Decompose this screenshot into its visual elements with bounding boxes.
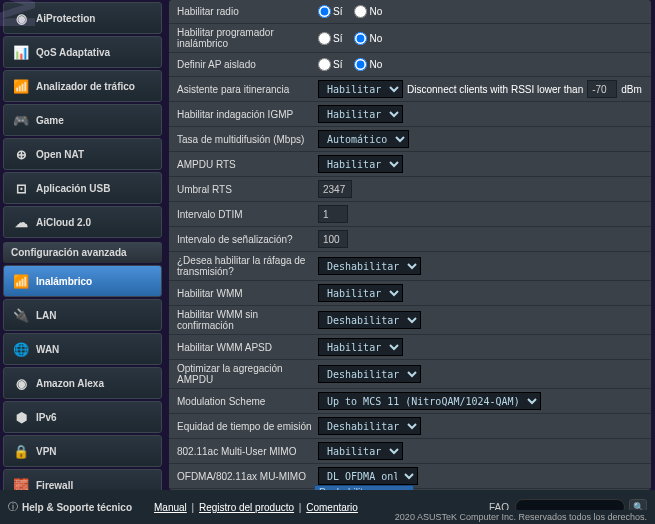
copyright: 2020 ASUSTeK Computer Inc. Reservados to…	[395, 510, 647, 524]
sidebar-item-label: AiCloud 2.0	[36, 217, 91, 228]
sidebar-item-label: Inalámbrico	[36, 276, 92, 287]
mumimo-select[interactable]: Habilitar	[318, 442, 403, 460]
radio-no[interactable]: No	[354, 5, 382, 18]
sidebar-item-label: QoS Adaptativa	[36, 47, 110, 58]
sidebar-item-label: Amazon Alexa	[36, 378, 104, 389]
sidebar-icon: 📶	[12, 272, 30, 290]
label: OFDMA/802.11ax MU-MIMO	[169, 471, 314, 482]
label: Habilitar indagación IGMP	[169, 109, 314, 120]
help-icon: ⓘ	[8, 500, 18, 514]
register-link[interactable]: Registro del producto	[199, 502, 294, 513]
airtime-select[interactable]: Deshabilitar	[318, 417, 421, 435]
sidebar-item-aicloud-2-0[interactable]: ☁AiCloud 2.0	[3, 206, 162, 238]
ofdma-dropdown-list[interactable]: DeshabilitarDL OFDMA onlyDL/UL OFDMADL/U…	[314, 485, 414, 490]
sidebar-icon: 🔒	[12, 442, 30, 460]
sidebar-item-label: Open NAT	[36, 149, 84, 160]
sidebar-icon: 🌐	[12, 340, 30, 358]
sidebar-icon: ◉	[12, 374, 30, 392]
sidebar-item-lan[interactable]: 🔌LAN	[3, 299, 162, 331]
sidebar-icon: 📊	[12, 43, 30, 61]
label: Modulation Scheme	[169, 396, 314, 407]
sidebar-item-ipv6[interactable]: ⬢IPv6	[3, 401, 162, 433]
label: Equidad de tiempo de emisión	[169, 421, 314, 432]
label: Habilitar WMM sin confirmación	[169, 309, 314, 331]
sidebar-item-aplicaci-n-usb[interactable]: ⊡Aplicación USB	[3, 172, 162, 204]
label: Intervalo de señalización?	[169, 234, 314, 245]
radio-si[interactable]: Sí	[318, 32, 342, 45]
feedback-link[interactable]: Comentario	[306, 502, 358, 513]
label: ¿Desea habilitar la ráfaga de transmisió…	[169, 255, 314, 277]
sidebar-icon: 📶	[12, 77, 30, 95]
manual-link[interactable]: Manual	[154, 502, 187, 513]
label: Umbral RTS	[169, 184, 314, 195]
sidebar-item-open-nat[interactable]: ⊕Open NAT	[3, 138, 162, 170]
sidebar-item-label: Game	[36, 115, 64, 126]
label: Optimizar la agregación AMPDU	[169, 363, 314, 385]
dropdown-option[interactable]: Deshabilitar	[315, 486, 413, 490]
advanced-header: Configuración avanzada	[3, 242, 162, 263]
radio-si[interactable]: Sí	[318, 5, 342, 18]
sidebar-item-label: Firewall	[36, 480, 73, 491]
sidebar-item-qos-adaptativa[interactable]: 📊QoS Adaptativa	[3, 36, 162, 68]
sidebar-item-label: Analizador de tráfico	[36, 81, 135, 92]
sidebar-icon: 🎮	[12, 111, 30, 129]
help-link[interactable]: Help & Soporte técnico	[22, 502, 132, 513]
sidebar-item-wan[interactable]: 🌐WAN	[3, 333, 162, 365]
ampdu-rts-select[interactable]: Habilitar	[318, 155, 403, 173]
ofdma-select[interactable]: DL OFDMA only	[318, 467, 418, 485]
label: AMPDU RTS	[169, 159, 314, 170]
sidebar-item-label: WAN	[36, 344, 59, 355]
sidebar-item-label: Aplicación USB	[36, 183, 110, 194]
radio-si[interactable]: Sí	[318, 58, 342, 71]
rts-threshold-input[interactable]	[318, 180, 352, 198]
sidebar: ◉AiProtection📊QoS Adaptativa📶Analizador …	[0, 0, 165, 490]
radio-no[interactable]: No	[354, 58, 382, 71]
label: Habilitar radio	[169, 6, 314, 17]
sidebar-item-game[interactable]: 🎮Game	[3, 104, 162, 136]
sidebar-icon: ⊕	[12, 145, 30, 163]
sidebar-icon: 🧱	[12, 476, 30, 490]
roaming-select[interactable]: Habilitar	[318, 80, 403, 98]
rssi-input[interactable]	[587, 80, 617, 98]
sidebar-icon: ☁	[12, 213, 30, 231]
label: Tasa de multidifusión (Mbps)	[169, 134, 314, 145]
ampdu-agg-select[interactable]: Deshabilitar	[318, 365, 421, 383]
sidebar-item-label: LAN	[36, 310, 57, 321]
label: Habilitar programador inalámbrico	[169, 27, 314, 49]
igmp-select[interactable]: Habilitar	[318, 105, 403, 123]
settings-panel: Habilitar radioSíNo Habilitar programado…	[169, 0, 651, 490]
label: Habilitar WMM	[169, 288, 314, 299]
sidebar-item-analizador-de-tr-fico[interactable]: 📶Analizador de tráfico	[3, 70, 162, 102]
beacon-input[interactable]	[318, 230, 348, 248]
sidebar-item-amazon-alexa[interactable]: ◉Amazon Alexa	[3, 367, 162, 399]
radio-no[interactable]: No	[354, 32, 382, 45]
sidebar-icon: 🔌	[12, 306, 30, 324]
dtim-input[interactable]	[318, 205, 348, 223]
label: Asistente para itinerancia	[169, 84, 314, 95]
label: Intervalo DTIM	[169, 209, 314, 220]
sidebar-item-inal-mbrico[interactable]: 📶Inalámbrico	[3, 265, 162, 297]
sidebar-item-label: IPv6	[36, 412, 57, 423]
wmm-apsd-select[interactable]: Habilitar	[318, 338, 403, 356]
label: Habilitar WMM APSD	[169, 342, 314, 353]
label: 802.11ac Multi-User MIMO	[169, 446, 314, 457]
multicast-select[interactable]: Automático	[318, 130, 409, 148]
sidebar-icon: ⬢	[12, 408, 30, 426]
wmm-select[interactable]: Habilitar	[318, 284, 403, 302]
sidebar-item-label: VPN	[36, 446, 57, 457]
sidebar-item-vpn[interactable]: 🔒VPN	[3, 435, 162, 467]
sidebar-icon: ⊡	[12, 179, 30, 197]
txburst-select[interactable]: Deshabilitar	[318, 257, 421, 275]
sidebar-item-firewall[interactable]: 🧱Firewall	[3, 469, 162, 490]
wmm-noack-select[interactable]: Deshabilitar	[318, 311, 421, 329]
modulation-select[interactable]: Up to MCS 11 (NitroQAM/1024-QAM)	[318, 392, 541, 410]
label: Definir AP aislado	[169, 59, 314, 70]
